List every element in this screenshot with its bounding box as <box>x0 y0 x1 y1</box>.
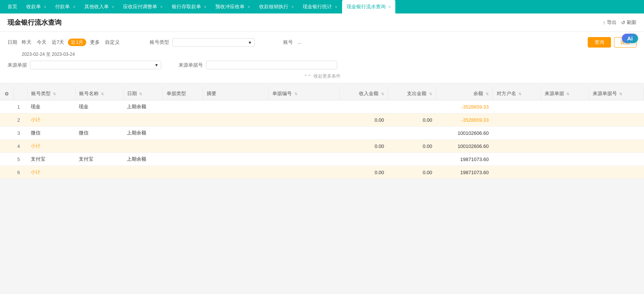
close-payment-icon[interactable]: × <box>73 0 75 13</box>
nav-prepay[interactable]: 预收冲应收单 × <box>211 0 254 13</box>
source-doc-no-input[interactable] <box>206 61 337 69</box>
td-expense <box>388 127 436 140</box>
th-source-doc[interactable]: 来源单据 ⇅ <box>540 87 588 100</box>
td-account-type: 小计 <box>27 140 75 153</box>
close-ar-ap-icon[interactable]: × <box>160 0 162 13</box>
table-row[interactable]: 3 微信 微信 上期余额 100102606.60 <box>0 127 644 140</box>
refresh-button[interactable]: ↺ 刷新 <box>621 19 636 26</box>
date-label: 日期 <box>8 39 17 46</box>
nav-collection-exec[interactable]: 收款核销执行 × <box>255 0 298 13</box>
th-counterpart-label: 对方户名 <box>497 91 516 96</box>
page-header: 现金银行流水查询 ↑ 导出 ↺ 刷新 <box>0 13 644 32</box>
th-account-name[interactable]: 账号名称 ⇅ <box>75 87 123 100</box>
header-actions: ↑ 导出 ↺ 刷新 <box>603 19 637 26</box>
td-expense <box>388 100 436 113</box>
close-bank-deposit-icon[interactable]: × <box>204 0 206 13</box>
th-balance-label: 余额 <box>473 91 483 96</box>
td-gear <box>0 140 14 153</box>
td-counterpart <box>492 153 540 166</box>
shortcut-yesterday[interactable]: 昨天 <box>20 39 33 46</box>
export-button[interactable]: ↑ 导出 <box>603 19 617 26</box>
td-balance: 19871073.60 <box>436 166 492 179</box>
date-shortcuts: 昨天 今天 近7天 近1月 更多 自定义 <box>20 39 121 46</box>
th-counterpart[interactable]: 对方户名 ⇅ <box>492 87 540 100</box>
td-idx: 1 <box>14 100 27 113</box>
td-doc-type <box>163 166 203 179</box>
filter-row-2: 来源单据 ▾ 来源单据号 <box>8 61 636 69</box>
td-source-doc-no <box>588 100 644 113</box>
shortcut-today[interactable]: 今天 <box>35 39 48 46</box>
table-row[interactable]: 5 支付宝 支付宝 上期余额 19871073.60 <box>0 153 644 166</box>
th-expense[interactable]: 支出金额 ⇅ <box>388 87 436 100</box>
nav-other-income[interactable]: 其他收入单 × <box>80 0 119 13</box>
td-doc-type <box>163 153 203 166</box>
td-doc-type <box>163 127 203 140</box>
source-doc-select[interactable]: ▾ <box>30 61 161 69</box>
th-gear[interactable]: ⚙ <box>0 87 14 100</box>
th-date[interactable]: 日期 ⇅ <box>123 87 162 100</box>
td-account-name <box>75 166 123 179</box>
nav-cash-bank-stats[interactable]: 现金银行统计 × <box>298 0 342 13</box>
close-stats-icon[interactable]: × <box>335 0 337 13</box>
th-summary-label: 摘要 <box>207 91 216 96</box>
query-button[interactable]: 查询 <box>588 37 611 48</box>
td-source-doc <box>540 166 588 179</box>
account-more-btn[interactable]: ... <box>297 40 301 45</box>
sort-arrows-account-type: ⇅ <box>53 92 56 96</box>
td-doc-no <box>269 140 340 153</box>
chevron-down-icon-2: ▾ <box>155 62 158 68</box>
th-doc-type[interactable]: 单据类型 <box>163 87 203 100</box>
nav-cash-bank-flow[interactable]: 现金银行流水查询 × <box>342 0 395 13</box>
nav-home[interactable]: 首页 <box>3 0 22 13</box>
close-other-income-icon[interactable]: × <box>112 0 114 13</box>
td-account-name: 现金 <box>75 100 123 113</box>
ai-badge[interactable]: Ai <box>622 34 638 43</box>
td-balance: 19871073.60 <box>436 153 492 166</box>
th-income[interactable]: 收入金额 ⇅ <box>340 87 388 100</box>
table-row[interactable]: 1 现金 现金 上期余额 -3528659.33 <box>0 100 644 113</box>
table-row[interactable]: 2 小计 0.00 0.00 -3528659.33 <box>0 113 644 127</box>
shortcut-custom[interactable]: 自定义 <box>104 39 121 46</box>
collapse-arrow-icon: ⌃⌃ <box>304 74 311 79</box>
td-gear <box>0 127 14 140</box>
th-source-doc-no[interactable]: 来源单据号 ⇅ <box>588 87 644 100</box>
close-prepay-icon[interactable]: × <box>248 0 250 13</box>
table-container: ⚙ 账号类型 ⇅ 账号名称 ⇅ 日期 ⇅ 单据类型 摘要 <box>0 87 644 179</box>
td-account-type: 小计 <box>27 166 75 179</box>
th-date-label: 日期 <box>127 91 137 96</box>
account-type-select[interactable]: ▾ <box>172 38 255 47</box>
account-filter-group: 账号 ... <box>283 39 301 46</box>
th-summary[interactable]: 摘要 <box>203 87 268 100</box>
shortcut-7days[interactable]: 近7天 <box>50 39 66 46</box>
close-receipt-icon[interactable]: × <box>44 0 46 13</box>
td-income: 0.00 <box>340 113 388 127</box>
source-doc-filter-group: 来源单据 ▾ <box>8 61 161 69</box>
collapse-bar[interactable]: ⌃⌃ 收起更多条件 <box>8 73 636 79</box>
th-balance[interactable]: 余额 ⇅ <box>436 87 492 100</box>
th-source-doc-label: 来源单据 <box>545 91 564 96</box>
top-nav: 首页 收款单 × 付款单 × 其他收入单 × 应收应付调整单 × 银行存取款单 … <box>0 0 644 13</box>
sort-arrows-counterpart: ⇅ <box>518 92 521 96</box>
filter-area: 日期 昨天 今天 近7天 近1月 更多 自定义 账号类型 ▾ 账号 ... <box>0 32 644 84</box>
shortcut-1month[interactable]: 近1月 <box>68 39 86 46</box>
shortcut-more[interactable]: 更多 <box>89 39 101 46</box>
td-account-type: 现金 <box>27 100 75 113</box>
th-doc-no[interactable]: 单据编号 ⇅ <box>269 87 340 100</box>
close-collection-icon[interactable]: × <box>291 0 294 13</box>
td-source-doc <box>540 113 588 127</box>
td-date: 上期余额 <box>123 153 162 166</box>
export-icon: ↑ <box>603 20 606 25</box>
th-account-type[interactable]: 账号类型 ⇅ <box>27 87 75 100</box>
nav-payment[interactable]: 付款单 × <box>51 0 80 13</box>
nav-receipt[interactable]: 收款单 × <box>22 0 51 13</box>
source-doc-label: 来源单据 <box>8 62 27 69</box>
td-date: 上期余额 <box>123 127 162 140</box>
nav-bank-deposit[interactable]: 银行存取款单 × <box>167 0 211 13</box>
nav-ar-ap-adjust[interactable]: 应收应付调整单 × <box>119 0 167 13</box>
td-counterpart <box>492 140 540 153</box>
table-row[interactable]: 6 小计 0.00 0.00 19871073.60 <box>0 166 644 179</box>
close-flow-icon[interactable]: × <box>389 0 391 13</box>
table-row[interactable]: 4 小计 0.00 0.00 100102606.60 <box>0 140 644 153</box>
td-income <box>340 100 388 113</box>
page-title: 现金银行流水查询 <box>8 18 62 27</box>
